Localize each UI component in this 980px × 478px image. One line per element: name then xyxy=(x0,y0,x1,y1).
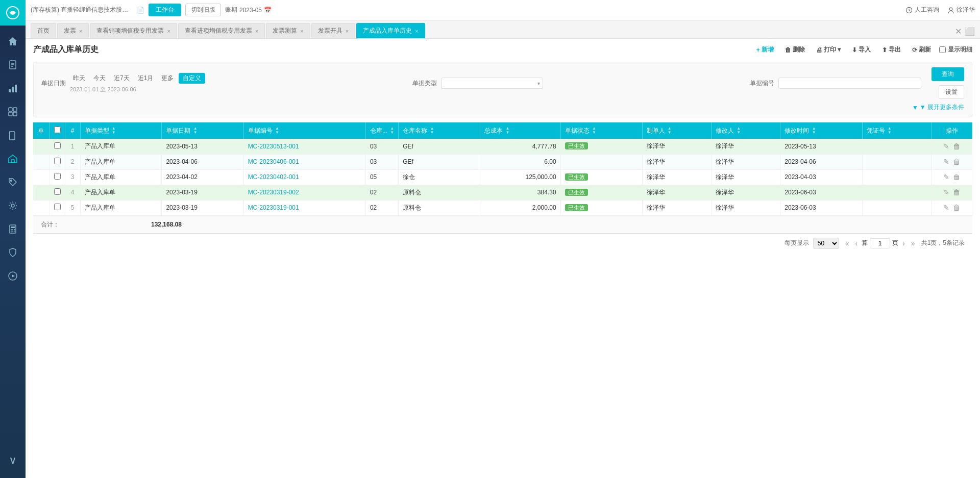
date-btn-1month[interactable]: 近1月 xyxy=(135,73,157,84)
cell-warehouse-name: GEf xyxy=(399,154,480,169)
display-cols-checkbox[interactable] xyxy=(939,46,946,53)
tab-invoice-calc[interactable]: 发票测算 × xyxy=(266,23,310,38)
tab-home[interactable]: 首页 xyxy=(31,23,56,38)
tab-product-instock-history[interactable]: 产成品入库单历史 × xyxy=(356,23,425,38)
query-button[interactable]: 查询 xyxy=(932,67,964,81)
expand-conditions-button[interactable]: ▼ ▼ 展开更多条件 xyxy=(912,103,964,112)
old-version-button[interactable]: 切到旧版 xyxy=(185,4,221,16)
tab-check-sales-vat-close[interactable]: × xyxy=(167,28,170,34)
sidebar-item-chart[interactable] xyxy=(0,77,26,100)
col-doc-date[interactable]: 单据日期 ▲▼ xyxy=(162,122,243,139)
setting-button[interactable]: 设置 xyxy=(939,85,964,99)
import-button[interactable]: ⬇ 导入 xyxy=(849,44,874,56)
workspace-button[interactable]: 工作台 xyxy=(149,4,181,16)
date-btn-7days[interactable]: 近7天 xyxy=(111,73,133,84)
col-modify-time[interactable]: 修改时间 ▲▼ xyxy=(780,122,862,139)
doc-type-select[interactable]: 产品入库单 xyxy=(441,78,543,89)
doc-no-link[interactable]: MC-20230402-001 xyxy=(248,173,299,181)
col-voucher-no[interactable]: 凭证号 ▲▼ xyxy=(862,122,932,139)
prev-page-button[interactable]: ‹ xyxy=(853,238,860,248)
next-page-button[interactable]: › xyxy=(900,238,907,248)
tab-maximize[interactable]: ⬜ xyxy=(965,27,975,36)
doc-no-link[interactable]: MC-20230319-001 xyxy=(248,204,299,211)
row-edit-icon[interactable]: ✎ xyxy=(943,158,949,166)
sidebar-item-book[interactable] xyxy=(0,123,26,147)
row-checkbox[interactable] xyxy=(54,158,61,164)
date-btn-custom[interactable]: 自定义 xyxy=(179,73,205,84)
first-page-button[interactable]: « xyxy=(843,238,851,248)
tab-invoice-issue-close[interactable]: × xyxy=(346,28,349,34)
display-cols-toggle[interactable]: 显示明细 xyxy=(939,45,972,54)
cell-creator: 徐泽华 xyxy=(642,185,711,200)
doc-no-link[interactable]: MC-20230513-001 xyxy=(248,143,299,150)
tab-close-all[interactable]: ✕ xyxy=(955,27,962,36)
date-btn-yesterday[interactable]: 昨天 xyxy=(70,73,88,84)
col-creator[interactable]: 制单人 ▲▼ xyxy=(642,122,711,139)
user-service[interactable]: 人工咨询 xyxy=(905,6,939,14)
row-edit-icon[interactable]: ✎ xyxy=(943,204,949,212)
sidebar-item-grid[interactable] xyxy=(0,100,26,123)
cell-doc-status: 已生效 xyxy=(560,139,642,154)
delete-button[interactable]: 🗑 删除 xyxy=(782,44,808,56)
row-delete-icon[interactable]: 🗑 xyxy=(953,158,960,166)
tab-check-purchase-vat[interactable]: 查看进项增值税专用发票 × xyxy=(178,23,265,38)
tab-product-instock-history-close[interactable]: × xyxy=(415,28,418,34)
row-delete-icon[interactable]: 🗑 xyxy=(953,173,960,181)
col-doc-status[interactable]: 单据状态 ▲▼ xyxy=(560,122,642,139)
sidebar-item-document[interactable] xyxy=(0,53,26,77)
calendar-icon[interactable]: 📅 xyxy=(264,7,272,14)
row-delete-icon[interactable]: 🗑 xyxy=(953,204,960,212)
col-warehouse-name[interactable]: 仓库名称 ▲▼ xyxy=(399,122,480,139)
cell-doc-status xyxy=(560,154,642,169)
col-total-cost[interactable]: 总成本 ▲▼ xyxy=(480,122,560,139)
row-edit-icon[interactable]: ✎ xyxy=(943,173,949,181)
sidebar-item-play[interactable] xyxy=(0,264,26,288)
col-warehouse-code[interactable]: 仓库... ▲▼ xyxy=(365,122,398,139)
col-modifier[interactable]: 修改人 ▲▼ xyxy=(711,122,780,139)
row-settings-icon xyxy=(33,200,50,215)
page-number-input[interactable] xyxy=(870,238,890,248)
export-button[interactable]: ⬆ 导出 xyxy=(879,44,904,56)
row-edit-icon[interactable]: ✎ xyxy=(943,188,949,196)
doc-no-input[interactable] xyxy=(778,78,921,89)
new-button[interactable]: + 新增 xyxy=(753,44,777,56)
tab-invoice[interactable]: 发票 × xyxy=(57,23,89,38)
sidebar-item-warehouse[interactable] xyxy=(0,147,26,170)
tab-invoice-close[interactable]: × xyxy=(79,28,82,34)
tab-check-sales-vat[interactable]: 查看销项增值税专用发票 × xyxy=(90,23,177,38)
last-page-button[interactable]: » xyxy=(909,238,917,248)
date-btn-today[interactable]: 今天 xyxy=(90,73,109,84)
doc-no-link[interactable]: MC-20230406-001 xyxy=(248,158,299,165)
row-delete-icon[interactable]: 🗑 xyxy=(953,188,960,196)
doc-no-link[interactable]: MC-20230319-002 xyxy=(248,189,299,196)
row-checkbox[interactable] xyxy=(54,173,61,180)
sidebar-item-tag[interactable] xyxy=(0,170,26,194)
row-edit-icon[interactable]: ✎ xyxy=(943,142,949,150)
refresh-button[interactable]: ⟳ 刷新 xyxy=(909,44,934,56)
sidebar-item-calculator[interactable] xyxy=(0,217,26,241)
per-page-select[interactable]: 20 50 100 xyxy=(813,238,839,249)
col-settings[interactable]: ⚙ xyxy=(33,122,50,139)
row-checkbox[interactable] xyxy=(54,204,61,210)
tab-invoice-issue[interactable]: 发票开具 × xyxy=(311,23,355,38)
row-checkbox[interactable] xyxy=(54,142,61,149)
row-checkbox[interactable] xyxy=(54,188,61,195)
date-btn-more[interactable]: 更多 xyxy=(158,73,177,84)
sidebar-item-shield[interactable] xyxy=(0,241,26,264)
sidebar-item-home[interactable] xyxy=(0,30,26,53)
col-doc-no[interactable]: 单据编号 ▲▼ xyxy=(243,122,365,139)
print-button[interactable]: 🖨 打印 ▾ xyxy=(813,44,844,56)
select-all-checkbox[interactable] xyxy=(54,127,61,133)
sidebar-item-settings-gear[interactable] xyxy=(0,194,26,217)
user-avatar[interactable]: 徐泽华 xyxy=(947,6,975,14)
row-delete-icon[interactable]: 🗑 xyxy=(953,142,960,150)
row-number: 5 xyxy=(65,200,80,215)
cell-voucher-no xyxy=(862,185,932,200)
sidebar-item-v[interactable]: V xyxy=(0,449,26,473)
doc-icon[interactable]: 📄 xyxy=(137,7,144,14)
tab-check-purchase-vat-close[interactable]: × xyxy=(255,28,258,34)
tab-invoice-calc-close[interactable]: × xyxy=(300,28,303,34)
app-logo[interactable] xyxy=(0,0,26,26)
plus-icon: + xyxy=(756,46,760,54)
col-doc-type[interactable]: 单据类型 ▲▼ xyxy=(80,122,162,139)
